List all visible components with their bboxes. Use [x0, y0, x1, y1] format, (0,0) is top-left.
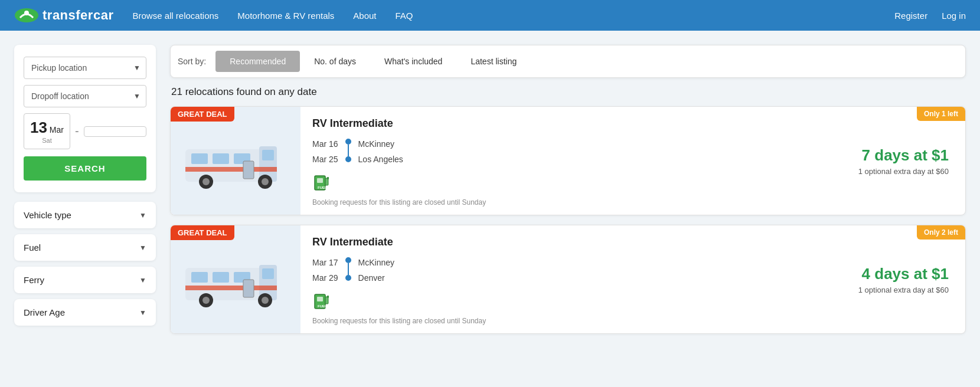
- price-extra-1: 1 optional extra day at $60: [858, 167, 949, 176]
- main-content: Sort by: Recommended No. of days What's …: [170, 45, 966, 343]
- svg-rect-23: [213, 272, 229, 283]
- ferry-arrow-icon: ▼: [139, 276, 146, 284]
- nav-links: Browse all relocations Motorhome & RV re…: [132, 11, 894, 21]
- sort-recommended-btn[interactable]: Recommended: [215, 51, 300, 72]
- listing-price-2: 4 days at $1 1 optional extra day at $60: [847, 225, 965, 333]
- svg-rect-6: [213, 153, 229, 164]
- great-deal-badge-2: GREAT DEAL: [171, 225, 234, 240]
- booking-closed-2: Booking requests for this listing are cl…: [312, 317, 835, 325]
- svg-rect-13: [243, 161, 254, 179]
- listing-details-1: RV Intermediate Mar 16 Mar 25 McKinney L…: [300, 107, 847, 215]
- sort-included-btn[interactable]: What's included: [370, 51, 456, 72]
- from-date-1: Mar 16: [312, 137, 338, 151]
- route-cities-2: McKinney Denver: [358, 255, 394, 285]
- register-link[interactable]: Register: [894, 11, 927, 21]
- logo-icon: [14, 7, 39, 24]
- svg-rect-5: [191, 153, 208, 164]
- route-dot-to-2: [345, 275, 351, 281]
- to-date-1: Mar 25: [312, 152, 338, 166]
- sort-days-btn[interactable]: No. of days: [300, 51, 370, 72]
- sort-bar: Sort by: Recommended No. of days What's …: [170, 45, 966, 78]
- listing-image-1: [171, 107, 300, 215]
- route-dates-2: Mar 17 Mar 29: [312, 255, 338, 285]
- price-extra-2: 1 optional extra day at $60: [858, 286, 949, 294]
- to-city-2[interactable]: Denver: [358, 271, 394, 285]
- route-dot-from-2: [345, 257, 351, 263]
- fuel-icon-wrap-2: FUEL: [312, 291, 835, 312]
- driver-age-filter[interactable]: Driver Age ▼: [14, 299, 156, 326]
- svg-point-1: [24, 11, 29, 15]
- price-main-1: 7 days at $1: [862, 146, 949, 165]
- from-city-1[interactable]: McKinney: [358, 137, 403, 151]
- only-left-badge-2: Only 2 left: [917, 225, 965, 240]
- fuel-filter[interactable]: Fuel ▼: [14, 234, 156, 261]
- route-dot-from-1: [345, 139, 351, 145]
- from-date-2: Mar 17: [312, 255, 338, 270]
- to-city-1[interactable]: Los Angeles: [358, 152, 403, 166]
- date-row: 13 Mar Sat -: [24, 113, 146, 149]
- driver-age-arrow-icon: ▼: [139, 309, 146, 317]
- logo[interactable]: transfercar: [14, 7, 113, 24]
- nav-faq[interactable]: FAQ: [396, 11, 413, 21]
- listing-details-2: RV Intermediate Mar 17 Mar 29 McKinney D…: [300, 225, 847, 333]
- ferry-label: Ferry: [24, 275, 44, 285]
- route-dates-1: Mar 16 Mar 25: [312, 137, 338, 166]
- nav-motorhome[interactable]: Motorhome & RV rentals: [237, 11, 334, 21]
- page-content: Pickup location ▼ Dropoff location ▼ 13 …: [0, 31, 980, 358]
- fuel-icon-2: FUEL: [312, 291, 330, 312]
- route-cities-1: McKinney Los Angeles: [358, 137, 403, 166]
- location-filter-card: Pickup location ▼ Dropoff location ▼ 13 …: [14, 45, 156, 192]
- route-line-2: [348, 263, 349, 275]
- sidebar: Pickup location ▼ Dropoff location ▼ 13 …: [14, 45, 156, 343]
- listing-title-1: RV Intermediate: [312, 117, 835, 130]
- route-dot-to-1: [345, 156, 351, 162]
- nav-about[interactable]: About: [353, 11, 376, 21]
- pickup-select-wrap: Pickup location ▼: [24, 57, 146, 79]
- svg-rect-25: [185, 286, 277, 290]
- svg-rect-22: [191, 272, 208, 283]
- ferry-filter[interactable]: Ferry ▼: [14, 267, 156, 293]
- listing-title-2: RV Intermediate: [312, 236, 835, 248]
- nav-browse-all[interactable]: Browse all relocations: [132, 11, 218, 21]
- dropoff-select-wrap: Dropoff location ▼: [24, 85, 146, 107]
- fuel-label: Fuel: [24, 242, 41, 252]
- rv-illustration-2: [179, 247, 292, 312]
- svg-rect-4: [262, 150, 274, 160]
- great-deal-badge-1: GREAT DEAL: [171, 107, 234, 122]
- vehicle-type-filter[interactable]: Vehicle type ▼: [14, 202, 156, 228]
- svg-rect-15: [317, 178, 323, 183]
- sort-latest-btn[interactable]: Latest listing: [456, 51, 531, 72]
- pickup-select[interactable]: Pickup location: [24, 57, 146, 79]
- svg-rect-34: [327, 296, 329, 298]
- start-date-day: 13: [30, 119, 47, 136]
- fuel-icon-wrap-1: FUEL: [312, 172, 835, 194]
- results-count: 21 relocations found on any date: [170, 86, 966, 98]
- search-button[interactable]: SEARCH: [24, 156, 146, 181]
- only-left-badge-1: Only 1 left: [917, 107, 965, 121]
- dropoff-select[interactable]: Dropoff location: [24, 85, 146, 107]
- svg-rect-32: [317, 297, 323, 301]
- svg-rect-8: [185, 167, 277, 172]
- fuel-icon-1: FUEL: [312, 172, 330, 194]
- end-date-box[interactable]: [84, 126, 146, 137]
- route-line-1: [348, 145, 349, 156]
- navbar: transfercar Browse all relocations Motor…: [0, 0, 980, 31]
- listing-image-2: [171, 225, 300, 333]
- svg-rect-30: [243, 280, 254, 297]
- start-date-box[interactable]: 13 Mar Sat: [24, 113, 70, 149]
- svg-point-29: [262, 297, 269, 304]
- listing-card-2[interactable]: GREAT DEAL Only 2 left: [170, 225, 966, 334]
- svg-point-12: [262, 178, 269, 185]
- svg-rect-17: [327, 177, 329, 179]
- booking-closed-1: Booking requests for this listing are cl…: [312, 198, 835, 206]
- to-date-2: Mar 29: [312, 271, 338, 285]
- from-city-2[interactable]: McKinney: [358, 255, 394, 270]
- login-link[interactable]: Log in: [942, 11, 966, 21]
- date-separator: -: [75, 124, 79, 138]
- vehicle-type-label: Vehicle type: [24, 210, 71, 220]
- start-date-month: Mar: [50, 125, 64, 135]
- listing-card-1[interactable]: GREAT DEAL Only 1 left: [170, 106, 966, 215]
- vehicle-type-arrow-icon: ▼: [139, 211, 146, 219]
- nav-right: Register Log in: [894, 11, 966, 21]
- driver-age-label: Driver Age: [24, 307, 65, 317]
